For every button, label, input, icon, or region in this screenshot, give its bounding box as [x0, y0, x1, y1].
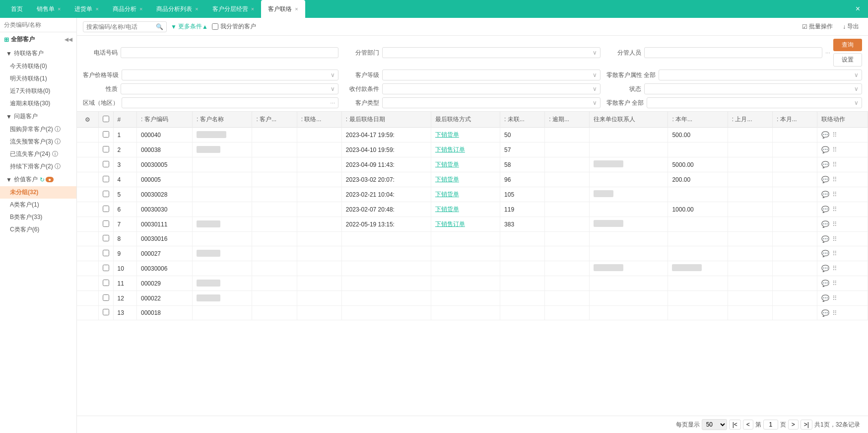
- row-checkbox[interactable]: [103, 176, 109, 182]
- window-close-button[interactable]: ×: [852, 4, 864, 13]
- sidebar-group-problem[interactable]: ▼ 问题客户: [0, 110, 76, 123]
- row-checkbox[interactable]: [103, 235, 109, 241]
- menu-icon[interactable]: ⠿: [832, 131, 837, 139]
- tab-close-product-list[interactable]: ×: [195, 6, 198, 12]
- settings-col-header[interactable]: ⚙: [77, 112, 98, 128]
- menu-icon[interactable]: ⠿: [832, 265, 837, 272]
- tab-product-analysis[interactable]: 商品分析 ×: [106, 0, 149, 18]
- message-icon[interactable]: 💬: [821, 206, 829, 213]
- contact-method-link[interactable]: 下销售订单: [435, 220, 465, 227]
- no-contact-col-header[interactable]: : 未联...: [500, 112, 545, 128]
- type-col-header[interactable]: : 客户...: [252, 112, 297, 128]
- message-icon[interactable]: 💬: [821, 191, 829, 198]
- contact-method-link[interactable]: 下销货单: [435, 161, 459, 168]
- contact-method-link[interactable]: 下销货单: [435, 206, 459, 213]
- sidebar-item-7days-pending[interactable]: 近7天待联络(0): [0, 85, 76, 97]
- message-icon[interactable]: 💬: [821, 309, 829, 317]
- tab-home[interactable]: 首页: [4, 0, 30, 18]
- sidebar-search-input[interactable]: [4, 21, 77, 28]
- name-col-header[interactable]: : 客户名称: [193, 112, 252, 128]
- sidebar-item-ungroup[interactable]: 未分组(32): [0, 186, 76, 199]
- contact-method-link[interactable]: 下销货单: [435, 176, 459, 183]
- message-icon[interactable]: 💬: [821, 265, 829, 272]
- message-icon[interactable]: 💬: [821, 176, 829, 183]
- customer-level-select[interactable]: ∨: [382, 70, 600, 80]
- collapse-sidebar-icon[interactable]: ◀◀: [65, 37, 72, 42]
- sidebar-item-tomorrow-pending[interactable]: 明天待联络(1): [0, 72, 76, 85]
- tab-customer-segment[interactable]: 客户分层经营 ×: [205, 0, 261, 18]
- more-conditions-button[interactable]: ▼ 更多条件 ▲: [171, 22, 208, 31]
- last-page-button[interactable]: >|: [801, 420, 812, 430]
- tab-close-sales-order[interactable]: ×: [58, 6, 61, 12]
- first-page-button[interactable]: |<: [729, 420, 741, 430]
- sidebar-item-churned[interactable]: 已流失客户(24) ⓘ: [0, 148, 76, 160]
- manager-input[interactable]: [644, 47, 822, 58]
- message-icon[interactable]: 💬: [821, 220, 829, 228]
- refresh-icon[interactable]: ↻: [40, 176, 45, 183]
- next-page-button[interactable]: >: [788, 420, 799, 430]
- region-select[interactable]: ···: [122, 97, 338, 108]
- menu-icon[interactable]: ⠿: [832, 176, 837, 183]
- tab-sales-order[interactable]: 销售单 ×: [30, 0, 67, 18]
- page-number-input[interactable]: [763, 420, 778, 430]
- last-month-col-header[interactable]: : 上月...: [728, 112, 772, 128]
- phone-input[interactable]: [121, 47, 338, 58]
- batch-operation-button[interactable]: ☑ 批量操作: [799, 21, 836, 32]
- search-icon[interactable]: 🔍: [156, 23, 163, 30]
- sidebar-group-value[interactable]: ▼ 价值客户 ↻ ●: [0, 173, 76, 186]
- tab-customer-contact[interactable]: 客户联络 ×: [261, 0, 305, 18]
- row-checkbox[interactable]: [103, 265, 109, 271]
- row-checkbox[interactable]: [103, 131, 109, 138]
- contact-method-link[interactable]: 下销售订单: [435, 146, 465, 153]
- scatter-attr-select[interactable]: ∨: [659, 70, 862, 80]
- menu-icon[interactable]: ⠿: [832, 235, 837, 243]
- message-icon[interactable]: 💬: [821, 250, 829, 257]
- menu-icon[interactable]: ⠿: [832, 206, 837, 213]
- region-more-icon[interactable]: ···: [330, 99, 335, 106]
- query-button[interactable]: 查询: [833, 39, 862, 51]
- message-icon[interactable]: 💬: [821, 235, 829, 243]
- menu-icon[interactable]: ⠿: [832, 191, 837, 198]
- status-select[interactable]: ∨: [644, 83, 862, 94]
- row-checkbox[interactable]: [103, 280, 109, 286]
- my-customers-checkbox[interactable]: 我分管的客户: [212, 22, 256, 31]
- tab-close-product-analysis[interactable]: ×: [139, 6, 142, 12]
- payment-select[interactable]: ∨: [382, 83, 600, 94]
- menu-icon[interactable]: ⠿: [832, 220, 837, 228]
- row-checkbox[interactable]: [103, 191, 109, 197]
- sidebar-item-abnormal[interactable]: 囤购异常客户(2) ⓘ: [0, 123, 76, 136]
- row-checkbox[interactable]: [103, 146, 109, 152]
- tab-product-analysis-list[interactable]: 商品分析列表 ×: [149, 0, 205, 18]
- all-customers-header[interactable]: ⊞ 全部客户 ◀◀: [0, 32, 76, 47]
- select-all-checkbox[interactable]: [103, 116, 109, 122]
- scatter-select[interactable]: ∨: [647, 97, 862, 108]
- reset-button[interactable]: 设置: [833, 53, 862, 67]
- export-button[interactable]: ↓ 导出: [840, 21, 862, 32]
- sidebar-group-pending[interactable]: ▼ 待联络客户: [0, 47, 76, 60]
- contact-col-header[interactable]: : 联络...: [297, 112, 341, 128]
- prev-page-button[interactable]: <: [743, 420, 753, 430]
- year-amount-col-header[interactable]: : 本年...: [668, 112, 728, 128]
- sidebar-item-overdue-pending[interactable]: 逾期未联络(30): [0, 97, 76, 110]
- contact-person-col-header[interactable]: 往来单位联系人: [590, 112, 668, 128]
- message-icon[interactable]: 💬: [821, 294, 829, 302]
- manager-more-icon[interactable]: ···: [825, 49, 830, 56]
- tab-purchase-order[interactable]: 进货单 ×: [67, 0, 105, 18]
- contact-method-link[interactable]: 下销货单: [435, 191, 459, 198]
- message-icon[interactable]: 💬: [821, 161, 829, 168]
- menu-icon[interactable]: ⠿: [832, 146, 837, 153]
- last-date-col-header[interactable]: : 最后联络日期: [341, 112, 431, 128]
- my-customers-check[interactable]: [212, 23, 218, 30]
- tab-close-customer-contact[interactable]: ×: [295, 6, 298, 12]
- message-icon[interactable]: 💬: [821, 131, 829, 139]
- contact-method-link[interactable]: 下销货单: [435, 131, 459, 138]
- last-method-col-header[interactable]: 最后联络方式: [431, 112, 500, 128]
- message-icon[interactable]: 💬: [821, 280, 829, 287]
- row-checkbox[interactable]: [103, 294, 109, 301]
- message-icon[interactable]: 💬: [821, 146, 829, 153]
- search-input[interactable]: [86, 23, 156, 30]
- checkbox-col-header[interactable]: [98, 112, 113, 128]
- menu-icon[interactable]: ⠿: [832, 309, 837, 317]
- row-checkbox[interactable]: [103, 206, 109, 212]
- nature-select[interactable]: ∨: [121, 83, 338, 94]
